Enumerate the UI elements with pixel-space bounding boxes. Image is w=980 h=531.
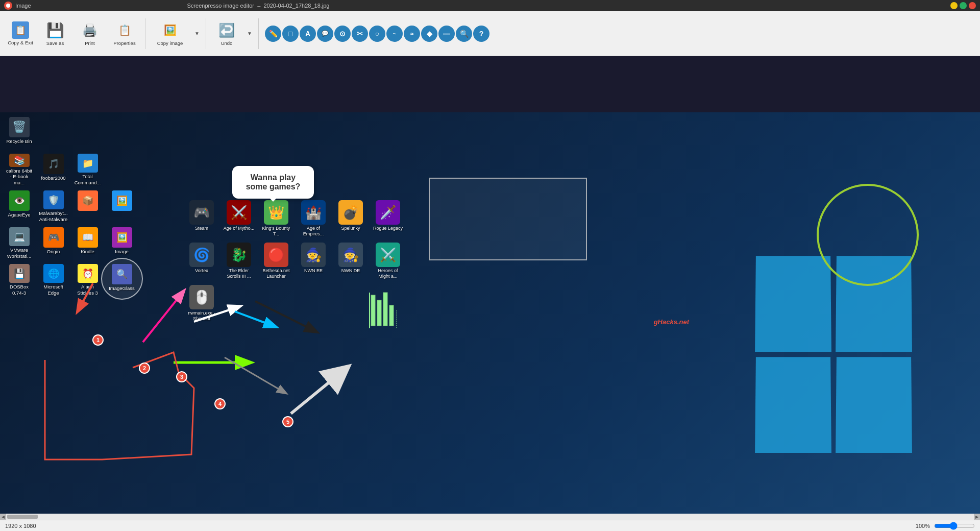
app-logo xyxy=(4,2,12,10)
diamond-tool[interactable]: ◆ xyxy=(421,26,437,42)
ghacks-watermark: gHacks.net xyxy=(654,318,689,326)
ellipse-tool[interactable]: ○ xyxy=(369,26,385,42)
nwn-ee-label: NWN EE xyxy=(304,268,323,274)
svg-point-0 xyxy=(6,4,10,8)
undo-dropdown-button[interactable]: ▼ xyxy=(245,14,254,53)
beth-icon[interactable]: 🔴 Bethesda.net Launcher xyxy=(258,240,294,281)
properties-button[interactable]: 📋 Properties xyxy=(108,14,141,53)
beth-label: Bethesda.net Launcher xyxy=(260,268,292,279)
close-button[interactable] xyxy=(969,2,976,9)
scroll-right-button[interactable]: ▶ xyxy=(974,514,980,520)
vmware-icon[interactable]: 💻 VMware Workstati... xyxy=(3,225,36,261)
copy-image-button[interactable]: 🖼️ Copy image xyxy=(150,14,190,53)
vortex-label: Vortex xyxy=(195,268,208,274)
toolbar-separator-1 xyxy=(145,18,145,49)
svg-rect-2 xyxy=(371,295,375,326)
arrow-tool-2[interactable]: ≈ xyxy=(404,26,420,42)
recycle-bin-icon[interactable]: 🗑️ Recycle Bin xyxy=(3,115,36,151)
image-label: Image xyxy=(115,249,128,254)
vmware-img: 💻 xyxy=(9,227,30,246)
minimize-button[interactable] xyxy=(950,2,958,9)
desktop-icons-column: 🗑️ Recycle Bin 📚 calibre 64bit - E-book … xyxy=(3,115,138,298)
img1-img: 🖼️ xyxy=(112,190,132,211)
vortex-icon[interactable]: 🌀 Vortex xyxy=(184,240,219,281)
origin-icon[interactable]: 🎮 Origin xyxy=(37,225,70,261)
elder-icon[interactable]: 🐉 The Elder Scrolls III ... xyxy=(221,240,257,281)
rogue-label: Rogue Legacy xyxy=(373,226,403,231)
nwmain-icon[interactable]: 🖱️ nwmain.exe - Shortcut xyxy=(184,283,219,324)
drawing-tools: ✏️ □ A 💬 ⊙ ✂ ○ ~ ≈ ◆ — 🔍 ? xyxy=(265,26,489,42)
badge-1: 1 xyxy=(92,334,104,346)
window-controls[interactable] xyxy=(950,2,976,9)
toolbar-separator-2 xyxy=(206,18,206,49)
dosbox-img: 💾 xyxy=(9,264,30,283)
steam-icon[interactable]: 🎮 Steam xyxy=(184,198,219,239)
more-tool[interactable]: ? xyxy=(473,26,489,42)
img1-icon[interactable]: 🖼️ xyxy=(105,188,138,224)
malware-icon[interactable]: 🛡️ Malwarebyt... Anti-Malware xyxy=(37,188,70,224)
calibre-img: 📚 xyxy=(9,154,30,167)
kindle-icon[interactable]: 📖 Kindle xyxy=(71,225,104,261)
icon-row-3: 👁️ AgaueEye 🛡️ Malwarebyt... Anti-Malwar… xyxy=(3,188,138,224)
heroes-img: ⚔️ xyxy=(376,243,400,267)
undo-button[interactable]: ↩️ Undo xyxy=(210,14,243,53)
callout-tool[interactable]: 💬 xyxy=(317,26,333,42)
step-tool[interactable]: ⊙ xyxy=(334,26,351,42)
arrow-tool-1[interactable]: ~ xyxy=(386,26,403,42)
calibre-icon[interactable]: 📚 calibre 64bit - E-book ma... xyxy=(3,152,36,187)
undo-dropdown-icon: ▼ xyxy=(247,31,252,36)
age-emp-icon[interactable]: 🏰 Age of Empires... xyxy=(296,198,331,239)
malware-label: Malwarebyt... Anti-Malware xyxy=(39,210,68,222)
malware-img: 🛡️ xyxy=(43,190,64,209)
pkg1-icon[interactable]: 📦 xyxy=(71,188,104,224)
edge-icon[interactable]: 🌐 Microsoft Edge xyxy=(37,262,70,298)
dropdown-arrow-button[interactable]: ▼ xyxy=(192,14,202,53)
icon-row-5: 💾 DOSBox 0.74-3 🌐 Microsoft Edge ⏰ Alarm… xyxy=(3,262,138,298)
age-myth-label: Age of Mytho... xyxy=(224,226,255,231)
text-tool[interactable]: A xyxy=(300,26,316,42)
foobar-label: foobar2000 xyxy=(41,175,65,181)
copy-exit-button[interactable]: 📋 Copy & Exit xyxy=(4,14,37,53)
line-tool[interactable]: — xyxy=(438,26,455,42)
spelunky-icon[interactable]: 💣 Spelunky xyxy=(333,198,369,239)
scroll-thumb[interactable] xyxy=(7,515,38,519)
horizontal-scrollbar[interactable]: ◀ ▶ xyxy=(0,514,980,520)
zoom-tool[interactable]: 🔍 xyxy=(456,26,472,42)
badge-5: 5 xyxy=(282,416,293,427)
rogue-icon[interactable]: 🗡️ Rogue Legacy xyxy=(370,198,406,239)
print-button[interactable]: 🖨️ Print xyxy=(74,14,106,53)
agaueeye-icon[interactable]: 👁️ AgaueEye xyxy=(3,188,36,224)
nwn-de-icon[interactable]: 🧙 NWN DE xyxy=(333,240,369,281)
save-as-button[interactable]: 💾 Save as xyxy=(39,14,71,53)
main-canvas: 🗑️ Recycle Bin 📚 calibre 64bit - E-book … xyxy=(0,112,980,531)
totalcmd-icon[interactable]: 📁 Total Command... xyxy=(71,152,104,187)
imageglass-icon[interactable]: 🔍 ImageGlass xyxy=(105,262,138,298)
elder-img: 🐉 xyxy=(227,243,251,267)
totalcmd-img: 📁 xyxy=(78,154,98,173)
game-row-1: 🎮 Steam ⚔️ Age of Mytho... 👑 King's Boun… xyxy=(184,198,406,239)
pencil-tool[interactable]: ✏️ xyxy=(265,26,281,42)
light-rays xyxy=(408,321,715,531)
svg-point-1 xyxy=(419,372,704,531)
title-separator: Screenpresso image editor – 2020-04-02_1… xyxy=(187,3,330,9)
windows-logo-container xyxy=(755,255,919,470)
copy-image-icon: 🖼️ xyxy=(161,21,179,39)
zoom-slider[interactable] xyxy=(934,522,975,530)
foobar-icon[interactable]: 🎵 foobar2000 xyxy=(37,152,70,187)
maximize-button[interactable] xyxy=(960,2,967,9)
badge-2: 2 xyxy=(139,363,150,374)
age-myth-icon[interactable]: ⚔️ Age of Mytho... xyxy=(221,198,257,239)
rect-tool[interactable]: □ xyxy=(282,26,299,42)
age-emp-label: Age of Empires... xyxy=(298,226,329,237)
alarm-icon[interactable]: ⏰ Alarm Stickies 3 xyxy=(71,262,104,298)
scroll-left-button[interactable]: ◀ xyxy=(0,514,6,520)
toolbar-separator-3 xyxy=(258,18,259,49)
crop-tool[interactable]: ✂ xyxy=(352,26,368,42)
dosbox-icon[interactable]: 💾 DOSBox 0.74-3 xyxy=(3,262,36,298)
image-icon[interactable]: 🖼️ Image xyxy=(105,225,138,261)
heroes-icon[interactable]: ⚔️ Heroes of Might a... xyxy=(370,240,406,281)
icon-row-2: 📚 calibre 64bit - E-book ma... 🎵 foobar2… xyxy=(3,152,138,187)
titlebar: Image Screenpresso image editor – 2020-0… xyxy=(0,0,980,11)
edge-label: Microsoft Edge xyxy=(39,284,68,296)
nwn-ee-icon[interactable]: 🧙 NWN EE xyxy=(296,240,331,281)
